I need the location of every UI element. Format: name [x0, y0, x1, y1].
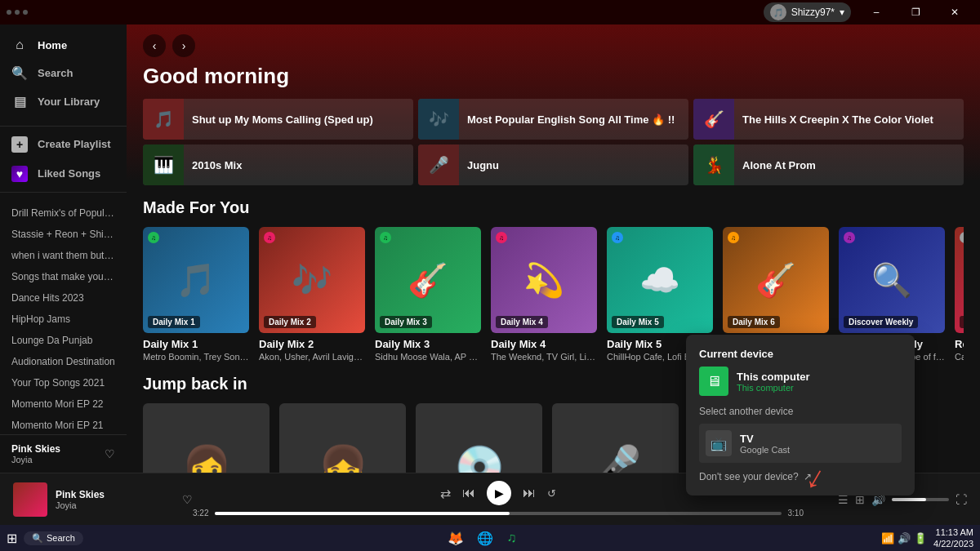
quick-access-grid: 🎵Shut up My Moms Calling (Sped up)🎶Most …	[127, 99, 980, 198]
quick-access-label: The Hills X Creepin X The Color Violet	[742, 113, 933, 126]
jump-back-in-card[interactable]: 🎤All Out 90sAll Out 90s	[552, 403, 679, 473]
quick-access-item[interactable]: 🎸The Hills X Creepin X The Color Violet	[693, 99, 964, 140]
made-for-you-card[interactable]: ♫📡Release RadarRelease RadarCatch all th…	[955, 227, 964, 362]
back-button[interactable]: ‹	[143, 34, 166, 57]
made-for-you-card[interactable]: ♫🎸Daily Mix 3Daily Mix 3Sidhu Moose Wala…	[375, 227, 481, 362]
sidebar-item-home[interactable]: ⌂ Home	[0, 31, 127, 59]
heart-icon: ♥	[11, 166, 28, 182]
quick-access-item[interactable]: 🎹2010s Mix	[143, 144, 413, 185]
sidebar-divider-1	[0, 126, 127, 127]
sidebar: ⌂ Home 🔍 Search ▤ Your Library + Create …	[0, 24, 127, 473]
current-device-row: 🖥 This computer This computer	[699, 367, 902, 396]
card-subtitle: Sidhu Moose Wala, AP Dhillon, Karan Aujl…	[375, 352, 481, 362]
title-bar-right: 🎵 Shizzy97* ▾ – ❐ ✕	[764, 0, 973, 24]
maximize-button[interactable]: ❐	[897, 0, 934, 24]
tray-battery-icon[interactable]: 🔋	[914, 532, 927, 544]
shuffle-button[interactable]: ⇄	[440, 486, 451, 501]
sidebar-create-playlist[interactable]: + Create Playlist	[0, 130, 127, 159]
taskbar: ⊞ 🔍 Search 🦊 🌐 ♫ 📶 🔊 🔋 11:13 AM 4/22/202…	[0, 525, 980, 551]
taskbar-search[interactable]: 🔍 Search	[24, 531, 83, 545]
spotify-dot-icon: ♫	[496, 232, 507, 243]
card-title: Daily Mix 2	[259, 338, 365, 350]
close-button[interactable]: ✕	[936, 0, 973, 24]
repeat-button[interactable]: ↺	[547, 487, 556, 500]
taskbar-center: 🦊 🌐 ♫	[83, 529, 881, 548]
title-dot-3	[23, 10, 28, 15]
fullscreen-button[interactable]: ⛶	[956, 493, 967, 506]
tv-icon: 📺	[706, 430, 732, 456]
jump-back-in-card[interactable]: 💿AlbumAlbum	[416, 403, 542, 473]
volume-bar[interactable]	[892, 498, 949, 501]
playlist-item[interactable]: Your Top Songs 2021	[0, 372, 127, 393]
made-for-you-card[interactable]: ♫💫Daily Mix 4Daily Mix 4The Weeknd, TV G…	[491, 227, 597, 362]
playback-title: Pink Skies	[56, 489, 169, 500]
chevron-down-icon: ▾	[840, 7, 844, 18]
tv-device-row[interactable]: 📺 TV Google Cast	[699, 424, 902, 463]
playlist-item[interactable]: Audionation Destination	[0, 351, 127, 372]
now-playing-title: Pink Skies	[11, 443, 60, 455]
jump-back-in-card[interactable]: 👧DaljibeDaljibe	[279, 403, 406, 473]
next-button[interactable]: ⏭	[523, 486, 536, 500]
made-for-you-card[interactable]: ♫🎶Daily Mix 2Daily Mix 2Akon, Usher, Avr…	[259, 227, 365, 362]
title-bar: 🎵 Shizzy97* ▾ – ❐ ✕	[0, 0, 980, 24]
sidebar-liked-songs[interactable]: ♥ Liked Songs	[0, 159, 127, 189]
playlist-item[interactable]: HipHop Jams	[0, 309, 127, 330]
like-button[interactable]: ♡	[105, 447, 115, 460]
progress-fill	[215, 512, 509, 515]
title-bar-dots	[7, 10, 28, 15]
playlist-item[interactable]: Lounge Da Punjab	[0, 330, 127, 351]
spotify-dot-icon: ♫	[148, 232, 159, 243]
quick-access-item[interactable]: 🎤Jugnu	[418, 144, 688, 185]
plus-icon: +	[11, 136, 28, 153]
user-menu[interactable]: 🎵 Shizzy97* ▾	[764, 2, 851, 22]
playlist-item[interactable]: Drill Remix's of Popular Songs	[0, 202, 127, 224]
device-popup: Current device 🖥 This computer This comp…	[686, 335, 915, 495]
playlist-item[interactable]: Dance Hits 2023	[0, 287, 127, 309]
tv-device-name: TV	[740, 433, 895, 445]
jump-back-in-card[interactable]: 👩2000s Mix2000s Mix	[143, 403, 270, 473]
card-badge: Daily Mix 5	[612, 316, 664, 328]
forward-button[interactable]: ›	[172, 34, 195, 57]
tray-network-icon[interactable]: 📶	[881, 532, 894, 544]
quick-access-item[interactable]: 🎵Shut up My Moms Calling (Sped up)	[143, 99, 413, 140]
tray-volume-icon[interactable]: 🔊	[898, 532, 911, 544]
playlist-item[interactable]: when i want them butterflies...	[0, 245, 127, 266]
progress-bar[interactable]	[215, 512, 781, 515]
playlist-item[interactable]: Momento Mori EP 21	[0, 415, 127, 434]
card-subtitle: Metro Boomin, Trey Songz, Jeremih and...	[143, 352, 249, 362]
playback-left: Pink Skies Joyia ♡	[13, 482, 193, 517]
previous-button[interactable]: ⏮	[462, 486, 475, 500]
taskbar-browser-icon[interactable]: 🌐	[472, 529, 498, 548]
taskbar-firefox-icon[interactable]: 🦊	[443, 529, 469, 548]
quick-access-label: Jugnu	[467, 159, 499, 171]
current-device-type: This computer	[737, 383, 810, 393]
minimize-button[interactable]: –	[858, 0, 895, 24]
time-elapsed: 3:22	[193, 509, 208, 518]
sidebar-item-library[interactable]: ▤ Your Library	[0, 87, 127, 116]
card-subtitle: Catch all the latest music from artists …	[955, 352, 964, 362]
quick-access-item[interactable]: 💃Alone At Prom	[693, 144, 964, 185]
taskbar-right: 📶 🔊 🔋 11:13 AM 4/22/2023	[881, 527, 973, 550]
playlist-item[interactable]: Songs that make you want t...	[0, 266, 127, 287]
card-subtitle: The Weeknd, TV Girl, Lizzy McAlpine and.…	[491, 352, 597, 362]
play-pause-button[interactable]: ▶	[487, 481, 511, 505]
start-button[interactable]: ⊞	[7, 531, 17, 546]
quick-access-item[interactable]: 🎶Most Popular English Song All Time 🔥 !!	[418, 99, 688, 140]
card-title: Release Radar	[955, 338, 964, 350]
made-for-you-card[interactable]: ♫🎵Daily Mix 1Daily Mix 1Metro Boomin, Tr…	[143, 227, 249, 362]
tv-device-sub: Google Cast	[740, 445, 895, 455]
quick-access-label: Shut up My Moms Calling (Sped up)	[192, 113, 373, 126]
playlist-item[interactable]: Stassie + Reon + Shizzy97*	[0, 224, 127, 245]
taskbar-spotify-icon[interactable]: ♫	[501, 529, 521, 548]
dont-see-device-link[interactable]: Don't see your device? ↗	[699, 471, 902, 482]
taskbar-search-icon: 🔍	[32, 533, 43, 544]
sidebar-item-search[interactable]: 🔍 Search	[0, 59, 127, 87]
playlist-item[interactable]: Momento Mori EP 22	[0, 393, 127, 415]
external-link-icon: ↗	[804, 471, 812, 482]
current-device-name: This computer	[737, 371, 810, 383]
card-title: Daily Mix 4	[491, 338, 597, 350]
current-device-label: Current device	[699, 348, 902, 360]
playback-like-button[interactable]: ♡	[182, 493, 193, 506]
taskbar-clock[interactable]: 11:13 AM 4/22/2023	[933, 527, 973, 550]
sidebar-divider-2	[0, 192, 127, 193]
